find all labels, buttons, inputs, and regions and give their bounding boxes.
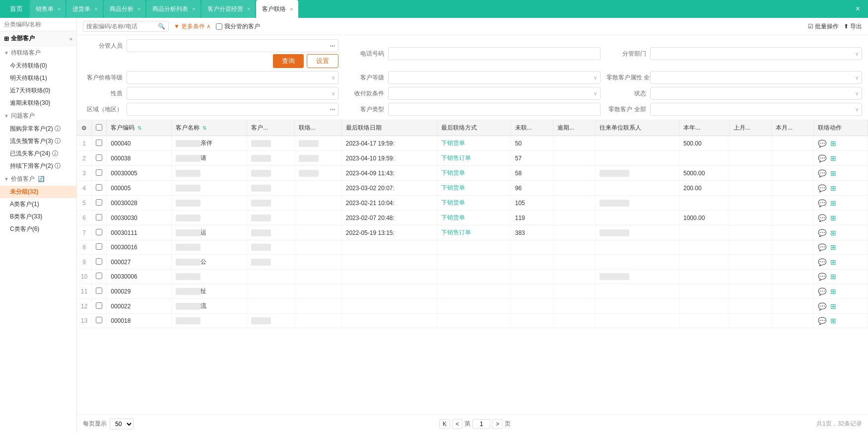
sidebar-item-class-a[interactable]: A类客户(1): [0, 198, 76, 211]
more-action-icon[interactable]: ⊞: [830, 273, 836, 281]
sidebar-item-tomorrow-pending[interactable]: 明天待联络(1): [0, 72, 76, 84]
more-action-icon[interactable]: ⊞: [830, 199, 836, 207]
contact-icon[interactable]: 💬: [818, 273, 826, 281]
contact-icon[interactable]: 💬: [818, 302, 826, 310]
last-way-link[interactable]: 下销货单: [441, 140, 465, 146]
more-action-icon[interactable]: ⊞: [830, 169, 836, 177]
more-action-icon[interactable]: ⊞: [830, 154, 836, 162]
last-way-link[interactable]: 下销售订单: [441, 154, 471, 161]
filter-select-customer-type[interactable]: [388, 103, 600, 116]
last-way-link[interactable]: 下销货单: [441, 184, 465, 191]
contact-icon[interactable]: 💬: [818, 317, 826, 325]
filter-select-scatter-attr[interactable]: ∨: [650, 71, 862, 84]
more-action-icon[interactable]: ⊞: [830, 184, 836, 192]
sidebar-group-value[interactable]: ▼ 价值客户 🔄: [0, 172, 76, 186]
more-action-icon[interactable]: ⊞: [830, 288, 836, 295]
filter-select-dept[interactable]: ∨: [650, 47, 862, 60]
contact-icon[interactable]: 💬: [818, 140, 826, 147]
close-analysis-tab[interactable]: ×: [137, 6, 140, 12]
search-input[interactable]: [86, 23, 156, 30]
filter-select-scatter-customer[interactable]: ∨: [650, 103, 862, 116]
col-settings[interactable]: ⚙: [77, 120, 92, 136]
row-checkbox[interactable]: [96, 258, 102, 265]
settings-icon[interactable]: ⚙: [81, 125, 87, 132]
filter-input-phone[interactable]: [388, 47, 600, 60]
last-way-link[interactable]: 下销货单: [441, 169, 465, 176]
batch-operation-button[interactable]: ☑ 批量操作: [808, 22, 839, 31]
last-way-link[interactable]: 下销售订单: [441, 229, 471, 236]
nav-tab-analysis-list[interactable]: 商品分析列表 ×: [146, 0, 200, 18]
my-customers-checkbox-wrap[interactable]: 我分管的客户: [216, 22, 260, 31]
reset-button[interactable]: 设置: [307, 54, 338, 68]
first-page-button[interactable]: K: [439, 419, 450, 429]
row-checkbox[interactable]: [96, 169, 102, 176]
sidebar-item-today-pending[interactable]: 今天待联络(0): [0, 60, 76, 72]
row-checkbox[interactable]: [96, 214, 102, 220]
export-button[interactable]: ⬆ 导出: [844, 22, 862, 31]
row-checkbox[interactable]: [96, 154, 102, 161]
row-checkbox[interactable]: [96, 184, 102, 191]
row-checkbox[interactable]: [96, 273, 102, 279]
sidebar-group-pending[interactable]: ▼ 待联络客户: [0, 46, 76, 60]
prev-page-button[interactable]: <: [452, 419, 463, 429]
sidebar-group-problem[interactable]: ▼ 问题客户: [0, 109, 76, 123]
page-number-input[interactable]: [472, 419, 490, 429]
sidebar-all-customers[interactable]: ⊞ 全部客户 «: [0, 31, 76, 46]
sidebar-item-class-c[interactable]: C类客户(6): [0, 223, 76, 235]
page-size-select[interactable]: 50: [110, 419, 134, 430]
query-button[interactable]: 查询: [273, 54, 304, 68]
sidebar-item-class-b[interactable]: B类客户(33): [0, 211, 76, 223]
sidebar-item-7days-pending[interactable]: 近7天待联络(0): [0, 84, 76, 97]
sidebar-item-declining[interactable]: 持续下滑客户(2) ⓘ: [0, 160, 76, 172]
filter-select-manager[interactable]: •••: [127, 39, 338, 52]
filter-select-customer-level[interactable]: ∨: [388, 71, 600, 84]
row-checkbox[interactable]: [96, 302, 102, 309]
window-close-button[interactable]: ×: [852, 4, 864, 13]
close-sales-tab[interactable]: ×: [58, 6, 61, 12]
sidebar-item-churned[interactable]: 已流失客户(24) ⓘ: [0, 147, 76, 160]
more-action-icon[interactable]: ⊞: [830, 214, 836, 222]
contact-icon[interactable]: 💬: [818, 154, 826, 162]
more-filter-button[interactable]: ▼ 更多条件 ∧: [174, 22, 211, 31]
filter-select-nature[interactable]: ∨: [127, 87, 338, 100]
close-analysis-list-tab[interactable]: ×: [192, 6, 195, 12]
select-all-checkbox[interactable]: [96, 124, 102, 131]
contact-icon[interactable]: 💬: [818, 214, 826, 222]
nav-tab-purchase[interactable]: 进货单 ×: [67, 0, 102, 18]
next-page-button[interactable]: >: [492, 419, 503, 429]
nav-home[interactable]: 首页: [4, 0, 29, 18]
filter-select-price-level[interactable]: ∨: [127, 71, 338, 84]
nav-tab-sales[interactable]: 销售单 ×: [30, 0, 66, 18]
last-way-link[interactable]: 下销货单: [441, 214, 465, 221]
code-sort-icon[interactable]: ⇅: [137, 125, 141, 131]
contact-icon[interactable]: 💬: [818, 184, 826, 192]
sidebar-item-overdue-pending[interactable]: 逾期未联络(30): [0, 97, 76, 109]
contact-icon[interactable]: 💬: [818, 229, 826, 237]
my-customers-checkbox[interactable]: [216, 23, 222, 30]
row-checkbox[interactable]: [96, 243, 102, 250]
row-checkbox[interactable]: [96, 199, 102, 206]
last-way-link[interactable]: 下销货单: [441, 199, 465, 206]
close-purchase-tab[interactable]: ×: [94, 6, 97, 12]
sidebar-item-hoarding[interactable]: 囤购异常客户(2) ⓘ: [0, 123, 76, 135]
more-action-icon[interactable]: ⊞: [830, 229, 836, 237]
row-checkbox[interactable]: [96, 317, 102, 323]
name-sort-icon[interactable]: ⇅: [202, 125, 206, 131]
nav-tab-customer-tier[interactable]: 客户分层经营 ×: [201, 0, 255, 18]
close-customer-contact-tab[interactable]: ×: [290, 6, 293, 12]
filter-select-payment[interactable]: ∨: [388, 87, 600, 100]
nav-tab-customer-contact[interactable]: 客户联络 ×: [256, 0, 298, 18]
nav-tab-analysis[interactable]: 商品分析 ×: [104, 0, 145, 18]
row-checkbox[interactable]: [96, 288, 102, 294]
row-checkbox[interactable]: [96, 140, 102, 146]
contact-icon[interactable]: 💬: [818, 169, 826, 177]
more-action-icon[interactable]: ⊞: [830, 243, 836, 251]
contact-icon[interactable]: 💬: [818, 199, 826, 207]
more-action-icon[interactable]: ⊞: [830, 317, 836, 325]
contact-icon[interactable]: 💬: [818, 288, 826, 295]
close-customer-tier-tab[interactable]: ×: [247, 6, 250, 12]
sidebar-search-input[interactable]: [4, 21, 77, 28]
contact-icon[interactable]: 💬: [818, 258, 826, 266]
search-icon[interactable]: 🔍: [158, 23, 165, 30]
more-action-icon[interactable]: ⊞: [830, 302, 836, 310]
